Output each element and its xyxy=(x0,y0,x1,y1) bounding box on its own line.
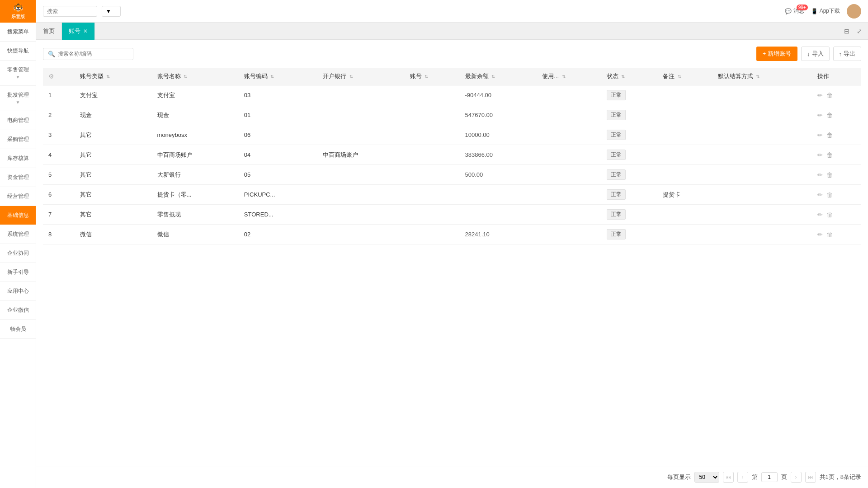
col-settlement[interactable]: 默认结算方式 ⇅ xyxy=(712,68,812,85)
sidebar-item-enterprise-wechat[interactable]: 企业微信 xyxy=(0,301,36,320)
col-usage[interactable]: 使用... ⇅ xyxy=(537,68,601,85)
table-row: 5 其它 大新银行 05 500.00 正常 ✏ 🗑 xyxy=(43,165,861,185)
sort-icon-note: ⇅ xyxy=(678,74,681,79)
cell-usage xyxy=(537,225,601,244)
tab-minimize-button[interactable]: ⊟ xyxy=(842,26,852,36)
cell-note xyxy=(657,105,712,125)
main-area: ▼ 💬 消息 99+ 📱 App下载 首页 账号 ✕ ⊟ ⤢ xyxy=(36,0,868,488)
sort-icon-name: ⇅ xyxy=(184,74,187,79)
tab-home-label: 首页 xyxy=(43,27,55,35)
sidebar-item-quick-nav[interactable]: 快捷导航 xyxy=(0,42,36,61)
tab-expand-button[interactable]: ⤢ xyxy=(854,26,864,36)
delete-button[interactable]: 🗑 xyxy=(826,231,833,238)
sidebar-item-basic-info[interactable]: 基础信息 xyxy=(0,206,36,225)
delete-button[interactable]: 🗑 xyxy=(826,151,833,159)
sidebar-item-finance[interactable]: 资金管理 xyxy=(0,168,36,187)
prev-page-button[interactable]: ‹ xyxy=(737,472,748,483)
tab-account[interactable]: 账号 ✕ xyxy=(62,23,95,40)
app-icon: 📱 xyxy=(811,8,818,14)
delete-button[interactable]: 🗑 xyxy=(826,191,833,198)
tab-account-close[interactable]: ✕ xyxy=(83,28,88,34)
status-badge: 正常 xyxy=(607,150,626,160)
sidebar-item-app-center[interactable]: 应用中心 xyxy=(0,282,36,301)
cell-balance: 547670.00 xyxy=(460,105,537,125)
delete-button[interactable]: 🗑 xyxy=(826,92,833,99)
sidebar-item-system[interactable]: 系统管理 xyxy=(0,225,36,244)
col-type[interactable]: 账号类型 ⇅ xyxy=(75,68,152,85)
cell-account xyxy=(405,185,460,205)
cell-name: 支付宝 xyxy=(152,85,239,105)
first-page-button[interactable]: ⏮ xyxy=(723,472,734,483)
search-box[interactable]: 🔍 xyxy=(43,48,133,60)
cell-no: 1 xyxy=(43,85,75,105)
cell-actions: ✏ 🗑 xyxy=(812,225,861,244)
edit-button[interactable]: ✏ xyxy=(817,151,823,159)
delete-button[interactable]: 🗑 xyxy=(826,171,833,178)
cell-code: 02 xyxy=(239,225,318,244)
col-setting[interactable]: ⚙ xyxy=(43,68,75,85)
topbar-search-input[interactable] xyxy=(43,6,97,17)
edit-button[interactable]: ✏ xyxy=(817,171,823,178)
last-page-button[interactable]: ⏭ xyxy=(805,472,816,483)
cell-bank: 中百商场账户 xyxy=(317,145,404,165)
page-size-select[interactable]: 50 100 200 xyxy=(694,472,719,483)
action-buttons: ✏ 🗑 xyxy=(817,171,856,178)
status-badge: 正常 xyxy=(607,189,626,200)
col-balance[interactable]: 最新余额 ⇅ xyxy=(460,68,537,85)
export-button[interactable]: ↑ 导出 xyxy=(833,47,862,61)
cell-settlement xyxy=(712,205,812,225)
sidebar-item-retail[interactable]: 零售管理 ▼ xyxy=(0,61,36,86)
col-name[interactable]: 账号名称 ⇅ xyxy=(152,68,239,85)
edit-button[interactable]: ✏ xyxy=(817,112,823,119)
sidebar-item-label: 电商管理 xyxy=(2,117,33,124)
table-row: 8 微信 微信 02 28241.10 正常 ✏ 🗑 xyxy=(43,225,861,244)
edit-button[interactable]: ✏ xyxy=(817,131,823,139)
page-size-label: 每页显示 xyxy=(667,473,691,481)
cell-usage xyxy=(537,165,601,185)
col-code[interactable]: 账号编码 ⇅ xyxy=(239,68,318,85)
tabbar-controls: ⊟ ⤢ xyxy=(842,26,864,36)
cell-no: 8 xyxy=(43,225,75,244)
settings-icon[interactable]: ⚙ xyxy=(48,73,54,80)
app-download-button[interactable]: 📱 App下载 xyxy=(811,7,840,15)
sort-icon-type: ⇅ xyxy=(106,74,110,79)
edit-button[interactable]: ✏ xyxy=(817,92,823,99)
sidebar-item-purchase[interactable]: 采购管理 xyxy=(0,130,36,149)
next-page-button[interactable]: › xyxy=(791,472,802,483)
delete-button[interactable]: 🗑 xyxy=(826,112,833,119)
delete-button[interactable]: 🗑 xyxy=(826,211,833,218)
col-status[interactable]: 状态 ⇅ xyxy=(601,68,657,85)
sidebar-item-label: 资金管理 xyxy=(2,174,33,181)
col-account[interactable]: 账号 ⇅ xyxy=(405,68,460,85)
sidebar-item-guide[interactable]: 新手引导 xyxy=(0,263,36,282)
sidebar-item-search-menu[interactable]: 搜索菜单 xyxy=(0,23,36,42)
sidebar-item-ecommerce[interactable]: 电商管理 xyxy=(0,111,36,130)
delete-button[interactable]: 🗑 xyxy=(826,131,833,139)
user-avatar[interactable] xyxy=(847,4,861,19)
col-note[interactable]: 备注 ⇅ xyxy=(657,68,712,85)
sidebar-item-operations[interactable]: 经营管理 xyxy=(0,187,36,206)
status-badge: 正常 xyxy=(607,229,626,239)
sidebar-item-members[interactable]: 畅会员 xyxy=(0,320,36,339)
import-button[interactable]: ↓ 导入 xyxy=(801,47,830,61)
edit-button[interactable]: ✏ xyxy=(817,231,823,238)
message-button[interactable]: 💬 消息 99+ xyxy=(785,7,804,15)
col-bank[interactable]: 开户银行 ⇅ xyxy=(317,68,404,85)
search-input[interactable] xyxy=(58,51,128,57)
cell-balance: -90444.00 xyxy=(460,85,537,105)
sidebar-item-label: 应用中心 xyxy=(2,287,33,295)
edit-button[interactable]: ✏ xyxy=(817,191,823,198)
sidebar: 🐯 乐意版 搜索菜单 快捷导航 零售管理 ▼ 批发管理 ▼ 电商管理 采购管理 … xyxy=(0,0,36,488)
tab-home[interactable]: 首页 xyxy=(36,23,62,40)
sidebar-item-enterprise-agreement[interactable]: 企业协同 xyxy=(0,244,36,263)
sidebar-item-wholesale[interactable]: 批发管理 ▼ xyxy=(0,86,36,111)
topbar-right: 💬 消息 99+ 📱 App下载 xyxy=(785,4,861,19)
topbar-dropdown[interactable]: ▼ xyxy=(102,6,121,17)
cell-type: 其它 xyxy=(75,165,152,185)
cell-settlement xyxy=(712,105,812,125)
add-account-button[interactable]: + 新增账号 xyxy=(756,47,797,61)
export-icon: ↑ xyxy=(839,51,842,57)
sidebar-item-inventory[interactable]: 库存核算 xyxy=(0,149,36,168)
page-number-input[interactable] xyxy=(761,472,778,482)
edit-button[interactable]: ✏ xyxy=(817,211,823,218)
